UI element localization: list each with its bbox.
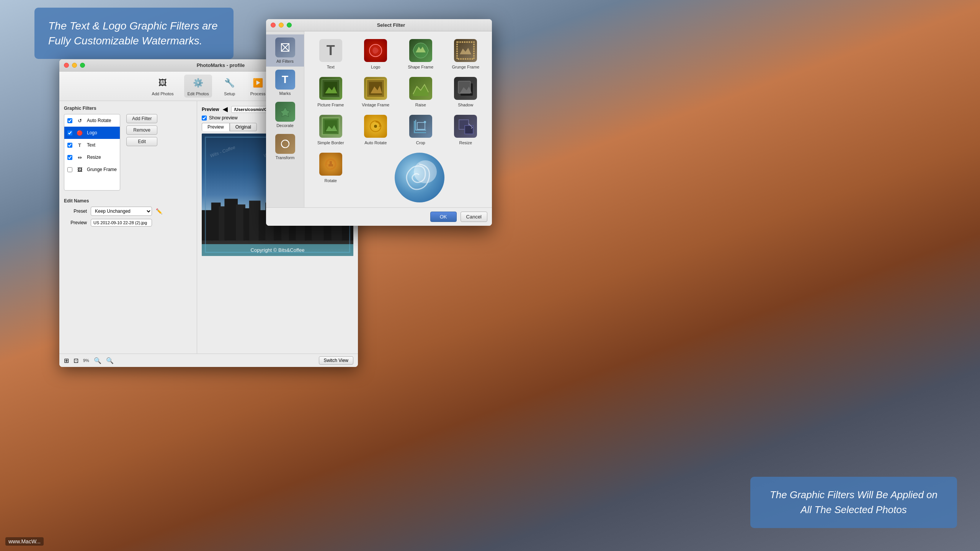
- raise-thumb: [409, 77, 432, 100]
- cancel-button[interactable]: Cancel: [461, 212, 487, 222]
- logo-label: Logo: [371, 65, 380, 69]
- filters-section: ↺ Auto Rotate 🔴 Logo T Text: [64, 114, 192, 194]
- add-photos-label: Add Photos: [152, 91, 174, 96]
- rotate-label: Rotate: [325, 178, 337, 183]
- grid-item-crop[interactable]: Crop: [399, 112, 443, 148]
- filter-auto-rotate-label: Auto Rotate: [87, 118, 111, 123]
- preview-title: Preview: [202, 107, 219, 112]
- grunge-frame-thumb: [454, 39, 477, 62]
- minimize-button[interactable]: [72, 63, 77, 68]
- toolbar-edit-photos[interactable]: ⚙️ Edit Photos: [184, 75, 212, 98]
- grid-item-simple-border[interactable]: Simple Border: [309, 112, 353, 148]
- preset-select[interactable]: Keep Unchanged: [91, 207, 152, 216]
- site-label: www.MacW...: [5, 537, 44, 546]
- dialog-titlebar: Select Filter: [266, 19, 492, 31]
- text-label: Text: [327, 65, 335, 69]
- resize-thumb: [454, 115, 477, 138]
- switch-view-button[interactable]: Switch View: [319, 356, 353, 365]
- grid-item-logo[interactable]: Logo: [354, 36, 398, 72]
- grid-item-vintage-frame[interactable]: Vintage Frame: [354, 74, 398, 110]
- filter-list[interactable]: ↺ Auto Rotate 🔴 Logo T Text: [64, 114, 120, 191]
- grid-item-rotate[interactable]: Rotate: [309, 150, 353, 205]
- filter-grunge-frame[interactable]: 🖼 Grunge Frame: [64, 163, 120, 176]
- bottom-right-banner: The Graphic Filters Will Be Applied on A…: [750, 477, 957, 528]
- simple-border-thumb: [319, 115, 342, 138]
- preset-edit-button[interactable]: ✏️: [156, 208, 162, 214]
- rotate-thumb: [319, 153, 342, 176]
- marks-icon: T: [275, 70, 295, 90]
- grid-item-picture-frame[interactable]: Picture Frame: [309, 74, 353, 110]
- sidebar-item-all-filters[interactable]: All Filters: [266, 34, 304, 67]
- filter-text[interactable]: T Text: [64, 139, 120, 151]
- add-filter-button[interactable]: Add Filter: [126, 114, 157, 123]
- back-arrow[interactable]: ◀: [223, 106, 227, 113]
- tab-preview[interactable]: Preview: [202, 123, 230, 131]
- svg-point-31: [374, 125, 377, 128]
- show-preview-label: Show preview: [209, 115, 238, 121]
- grid-item-raise[interactable]: Raise: [399, 74, 443, 110]
- grid-item-text[interactable]: T Text: [309, 36, 353, 72]
- sidebar-item-marks[interactable]: T Marks: [266, 67, 304, 99]
- shape-frame-thumb: [409, 39, 432, 62]
- filter-logo[interactable]: 🔴 Logo: [64, 127, 120, 139]
- top-left-banner-text: The Text & Logo Graphic Filters are Full…: [48, 20, 218, 47]
- grid-item-shape-frame[interactable]: Shape Frame: [399, 36, 443, 72]
- filter-buttons: Add Filter Remove Edit: [126, 114, 157, 194]
- sidebar-item-decorate[interactable]: Decorate: [266, 99, 304, 131]
- swirl-decoration: [395, 153, 444, 202]
- zoom-fill-button[interactable]: ⊡: [74, 357, 78, 364]
- filter-resize[interactable]: ⇔ Resize: [64, 151, 120, 163]
- auto-rotate-thumb: [364, 115, 387, 138]
- filter-resize-checkbox[interactable]: [67, 155, 72, 160]
- zoom-level: 9%: [83, 358, 89, 363]
- zoom-out-button[interactable]: 🔍: [106, 357, 114, 364]
- text-filter-icon: T: [75, 141, 84, 149]
- dialog-body: All Filters T Marks Decorate: [266, 31, 492, 207]
- all-filters-label: All Filters: [276, 59, 294, 64]
- zoom-button[interactable]: [80, 63, 85, 68]
- zoom-in-button[interactable]: 🔍: [94, 357, 101, 364]
- dialog-title: Select Filter: [295, 22, 487, 28]
- filter-auto-rotate[interactable]: ↺ Auto Rotate: [64, 114, 120, 127]
- filter-grunge-label: Grunge Frame: [87, 167, 117, 172]
- toolbar-add-photos[interactable]: 🖼 Add Photos: [149, 75, 177, 98]
- shadow-label: Shadow: [458, 103, 473, 107]
- dialog-minimize-button[interactable]: [279, 23, 284, 28]
- edit-names-section: Edit Names Preset Keep Unchanged ✏️ Prev…: [64, 198, 192, 227]
- filter-logo-checkbox[interactable]: [67, 130, 72, 135]
- resize-label: Resize: [459, 140, 472, 145]
- dialog-close-button[interactable]: [271, 23, 276, 28]
- grid-item-swirl-decoration: [354, 150, 488, 205]
- edit-button[interactable]: Edit: [126, 137, 157, 146]
- grid-item-auto-rotate[interactable]: Auto Rotate: [354, 112, 398, 148]
- setup-icon: 🔧: [223, 76, 237, 90]
- preset-label: Preset: [64, 209, 87, 214]
- dialog-zoom-button[interactable]: [287, 23, 292, 28]
- remove-button[interactable]: Remove: [126, 126, 157, 135]
- zoom-fit-button[interactable]: ⊞: [64, 357, 69, 364]
- left-panel: Graphic Filters ↺ Auto Rotate 🔴 Logo: [59, 101, 197, 354]
- preview-filename-input[interactable]: [91, 219, 152, 227]
- filter-auto-rotate-checkbox[interactable]: [67, 118, 72, 123]
- ok-button[interactable]: OK: [430, 212, 457, 222]
- toolbar-setup[interactable]: 🔧 Setup: [220, 75, 240, 98]
- filter-grunge-checkbox[interactable]: [67, 167, 72, 172]
- close-button[interactable]: [64, 63, 69, 68]
- tab-original[interactable]: Original: [230, 123, 257, 131]
- add-photos-icon: 🖼: [156, 76, 170, 90]
- vintage-frame-label: Vintage Frame: [362, 103, 389, 107]
- filter-text-checkbox[interactable]: [67, 143, 72, 148]
- sidebar-item-transform[interactable]: Transform: [266, 131, 304, 163]
- top-left-banner: The Text & Logo Graphic Filters are Full…: [34, 8, 234, 59]
- toolbar-process[interactable]: ▶️ Process: [247, 75, 269, 98]
- text-thumb: T: [319, 39, 342, 62]
- dialog-footer: OK Cancel: [266, 207, 492, 226]
- resize-icon: ⇔: [75, 153, 84, 161]
- transform-icon: [275, 134, 295, 154]
- grid-item-shadow[interactable]: Shadow: [444, 74, 488, 110]
- grid-item-resize[interactable]: Resize: [444, 112, 488, 148]
- preview-filename-row: Preview: [64, 219, 192, 227]
- shape-frame-label: Shape Frame: [408, 65, 433, 69]
- show-preview-checkbox[interactable]: [202, 116, 207, 121]
- grid-item-grunge-frame[interactable]: Grunge Frame: [444, 36, 488, 72]
